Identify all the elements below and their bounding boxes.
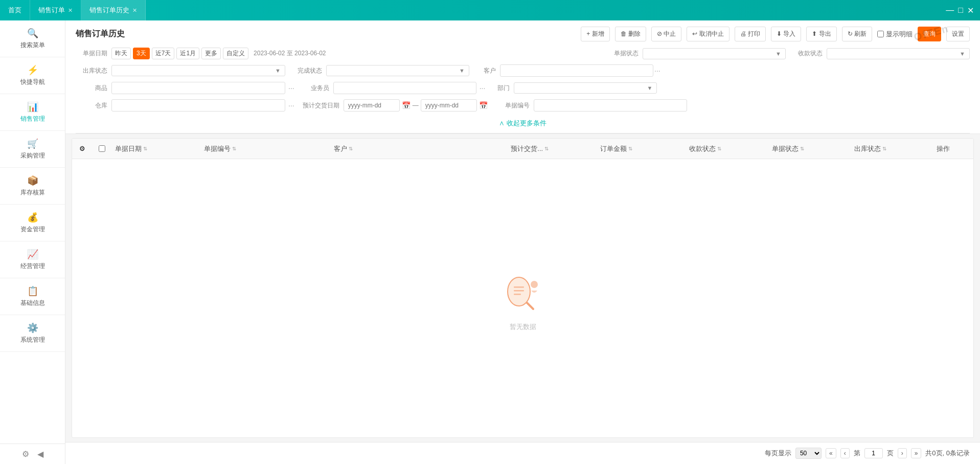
refresh-button[interactable]: ↻ 刷新 bbox=[842, 27, 872, 41]
collapse-more-conditions[interactable]: ∧ 收起更多条件 bbox=[76, 117, 970, 128]
order-status-select[interactable]: ▼ bbox=[643, 48, 786, 59]
new-button[interactable]: + 新增 bbox=[581, 27, 609, 41]
operation-icon: 📈 bbox=[27, 249, 38, 260]
th-date[interactable]: 单据日期 ⇅ bbox=[111, 144, 200, 153]
minimize-icon[interactable]: — bbox=[946, 6, 954, 15]
empty-text: 暂无数据 bbox=[510, 322, 536, 332]
sidebar-item-inventory[interactable]: 📦 库存核算 bbox=[0, 168, 65, 205]
date-btn-3days[interactable]: 3天 bbox=[133, 48, 150, 59]
query-button[interactable]: 查询 bbox=[918, 27, 941, 41]
date-btn-today[interactable]: 昨天 bbox=[111, 48, 131, 59]
sidebar-item-search-menu[interactable]: 🔍 搜索菜单 bbox=[0, 20, 65, 57]
sidebar-basic-info-label: 基础信息 bbox=[20, 299, 45, 307]
salesperson-input[interactable] bbox=[333, 82, 476, 94]
customer-more-icon[interactable]: ··· bbox=[654, 67, 660, 75]
date-filter-label: 单据日期 bbox=[76, 49, 111, 58]
warehouse-input[interactable] bbox=[111, 99, 285, 112]
sidebar-item-purchase-mgmt[interactable]: 🛒 采购管理 bbox=[0, 131, 65, 168]
tab-home-label: 首页 bbox=[8, 6, 21, 15]
export-button[interactable]: ⬆ 导出 bbox=[806, 27, 836, 41]
sidebar-collapse-icon[interactable]: ◀ bbox=[37, 449, 43, 459]
date-btn-1month[interactable]: 近1月 bbox=[176, 48, 199, 59]
sidebar-item-system[interactable]: ⚙️ 系统管理 bbox=[0, 315, 65, 352]
th-amount-sort-icon[interactable]: ⇅ bbox=[628, 146, 632, 151]
inventory-icon: 📦 bbox=[27, 175, 38, 186]
th-delivery[interactable]: 预计交货... ⇅ bbox=[507, 144, 596, 153]
tab-home[interactable]: 首页 bbox=[0, 0, 30, 20]
date-btn-custom[interactable]: 自定义 bbox=[223, 48, 248, 59]
svg-rect-4 bbox=[514, 294, 521, 295]
th-warehouse-sort-icon[interactable]: ⇅ bbox=[882, 146, 886, 151]
th-date-sort-icon[interactable]: ⇅ bbox=[143, 146, 147, 151]
system-icon: ⚙️ bbox=[27, 322, 38, 334]
sidebar-finance-label: 资金管理 bbox=[20, 225, 45, 234]
settings-button[interactable]: 设置 bbox=[946, 27, 970, 41]
total-records: 共0页, 0条记录 bbox=[925, 449, 970, 458]
th-number-sort-icon[interactable]: ⇅ bbox=[232, 146, 236, 151]
department-select[interactable]: ▼ bbox=[514, 82, 657, 94]
th-customer[interactable]: 客户 ⇅ bbox=[330, 144, 507, 153]
order-number-input[interactable] bbox=[534, 99, 687, 112]
settings-gear-icon[interactable]: ⚙ bbox=[79, 145, 85, 152]
calendar-to-icon[interactable]: 📅 bbox=[479, 101, 488, 109]
receipt-status-select[interactable]: ▼ bbox=[827, 48, 970, 59]
warehouse-status-select[interactable]: ▼ bbox=[111, 65, 285, 76]
th-delivery-sort-icon[interactable]: ⇅ bbox=[544, 146, 549, 151]
date-btn-more[interactable]: 更多 bbox=[201, 48, 221, 59]
import-button[interactable]: ⬇ 导入 bbox=[771, 27, 801, 41]
sidebar-item-operation[interactable]: 📈 经营管理 bbox=[0, 241, 65, 278]
th-warehouse-status[interactable]: 出库状态 ⇅ bbox=[850, 144, 932, 153]
warehouse-status-arrow-icon: ▼ bbox=[275, 68, 281, 74]
th-customer-sort-icon[interactable]: ⇅ bbox=[349, 146, 353, 151]
sidebar-item-quick-nav[interactable]: ⚡ 快捷导航 bbox=[0, 57, 65, 94]
complete-status-label: 完成状态 bbox=[295, 67, 326, 75]
warehouse-status-label: 出库状态 bbox=[76, 67, 111, 75]
th-order-status[interactable]: 单据状态 ⇅ bbox=[768, 144, 850, 153]
delivery-date-to[interactable] bbox=[421, 99, 477, 112]
date-btn-7days[interactable]: 近7天 bbox=[152, 48, 175, 59]
page-header: 销售订单历史 + 新增 🗑 删除 ⊘ 中止 ↩ 取消中止 🖨 打印 ⬇ 导入 ⬆… bbox=[65, 20, 980, 134]
sidebar-settings-icon[interactable]: ⚙ bbox=[22, 449, 29, 459]
salesperson-more-icon[interactable]: ··· bbox=[480, 84, 486, 92]
goods-input[interactable] bbox=[111, 82, 285, 94]
warehouse-more-icon[interactable]: ··· bbox=[288, 101, 294, 109]
filter-row-2: 出库状态 ▼ 完成状态 ▼ 客户 ··· bbox=[76, 64, 970, 77]
cancel-stop-button[interactable]: ↩ 取消中止 bbox=[687, 27, 729, 41]
warehouse-label: 仓库 bbox=[76, 101, 111, 110]
th-receipt-sort-icon[interactable]: ⇅ bbox=[717, 146, 721, 151]
first-page-button[interactable]: « bbox=[826, 448, 836, 458]
per-page-select[interactable]: 50 10 20 100 bbox=[795, 448, 822, 459]
th-receipt-status[interactable]: 收款状态 ⇅ bbox=[685, 144, 767, 153]
tab-sales-order-close[interactable]: ✕ bbox=[68, 7, 73, 14]
close-window-icon[interactable]: ✕ bbox=[967, 6, 974, 15]
tab-sales-order-history-close[interactable]: ✕ bbox=[132, 7, 137, 14]
page-number-input[interactable] bbox=[864, 448, 883, 458]
th-amount[interactable]: 订单金额 ⇅ bbox=[596, 144, 685, 153]
th-order-status-sort-icon[interactable]: ⇅ bbox=[800, 146, 804, 151]
th-settings-icon[interactable]: ⚙ bbox=[72, 145, 93, 152]
customer-input[interactable] bbox=[500, 64, 653, 77]
complete-status-select[interactable]: ▼ bbox=[326, 65, 469, 76]
th-number[interactable]: 单据编号 ⇅ bbox=[200, 144, 330, 153]
next-page-button[interactable]: › bbox=[898, 448, 907, 458]
display-detail-checkbox[interactable] bbox=[877, 31, 884, 37]
sidebar-item-basic-info[interactable]: 📋 基础信息 bbox=[0, 278, 65, 315]
delete-button[interactable]: 🗑 删除 bbox=[615, 27, 646, 41]
goods-more-icon[interactable]: ··· bbox=[288, 84, 294, 92]
th-checkbox[interactable] bbox=[93, 145, 111, 152]
select-all-checkbox[interactable] bbox=[99, 145, 105, 152]
prev-page-button[interactable]: ‹ bbox=[840, 448, 850, 458]
th-customer-label: 客户 bbox=[334, 144, 347, 153]
tab-sales-order-history[interactable]: 销售订单历史 ✕ bbox=[81, 0, 146, 20]
sidebar-item-sales-mgmt[interactable]: 📊 销售管理 bbox=[0, 94, 65, 131]
th-amount-label: 订单金额 bbox=[600, 144, 627, 153]
last-page-button[interactable]: » bbox=[911, 448, 922, 458]
calendar-from-icon[interactable]: 📅 bbox=[402, 101, 411, 109]
maximize-icon[interactable]: □ bbox=[958, 6, 963, 15]
stop-button[interactable]: ⊘ 中止 bbox=[651, 27, 681, 41]
sidebar-item-finance[interactable]: 💰 资金管理 bbox=[0, 205, 65, 241]
tab-sales-order[interactable]: 销售订单 ✕ bbox=[30, 0, 81, 20]
delivery-date-from[interactable] bbox=[344, 99, 400, 112]
print-button[interactable]: 🖨 打印 bbox=[735, 27, 766, 41]
display-detail-toggle[interactable]: 显示明细 bbox=[877, 30, 913, 39]
